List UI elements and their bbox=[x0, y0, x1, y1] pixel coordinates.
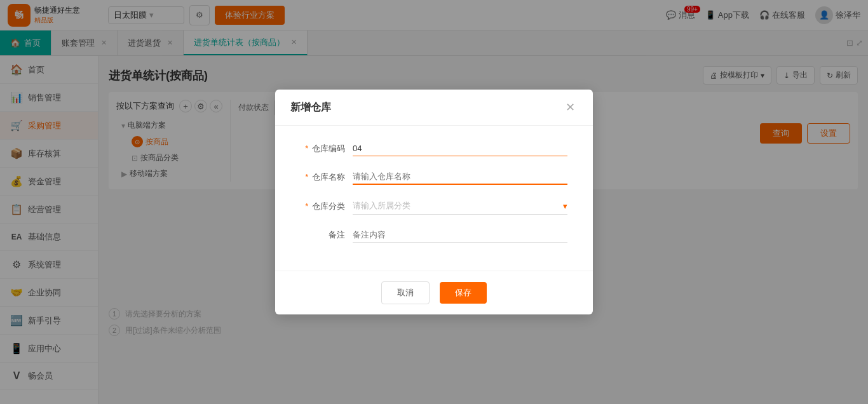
remark-label: 备注 bbox=[301, 229, 345, 241]
modal-body: * 仓库编码 * 仓库名称 * 仓库分类 请输入所属 bbox=[275, 126, 593, 271]
form-row-code: * 仓库编码 bbox=[301, 141, 567, 156]
category-label-text: 仓库分类 bbox=[312, 201, 345, 211]
required-star: * bbox=[305, 172, 308, 182]
form-row-name: * 仓库名称 bbox=[301, 169, 567, 185]
name-label-text: 仓库名称 bbox=[312, 172, 345, 182]
modal-footer: 取消 保存 bbox=[275, 271, 593, 314]
code-label: * 仓库编码 bbox=[301, 143, 345, 154]
modal-title: 新增仓库 bbox=[290, 101, 331, 114]
category-placeholder: 请输入所属分类 bbox=[353, 200, 410, 212]
name-input[interactable] bbox=[353, 169, 567, 185]
required-star: * bbox=[305, 144, 308, 153]
modal-dialog: 新增仓库 ✕ * 仓库编码 * 仓库名称 bbox=[275, 90, 593, 314]
modal-backdrop: 新增仓库 ✕ * 仓库编码 * 仓库名称 bbox=[0, 0, 868, 404]
form-row-category: * 仓库分类 请输入所属分类 ▾ bbox=[301, 198, 567, 215]
category-label: * 仓库分类 bbox=[301, 201, 345, 212]
category-select[interactable]: 请输入所属分类 ▾ bbox=[353, 198, 567, 215]
modal-close-btn[interactable]: ✕ bbox=[562, 100, 578, 115]
form-row-remark: 备注 bbox=[301, 227, 567, 243]
name-label: * 仓库名称 bbox=[301, 172, 345, 183]
modal-header: 新增仓库 ✕ bbox=[275, 90, 593, 126]
chevron-down-icon: ▾ bbox=[563, 201, 567, 211]
save-btn[interactable]: 保存 bbox=[440, 282, 487, 304]
code-input[interactable] bbox=[353, 141, 567, 156]
required-star: * bbox=[305, 201, 308, 211]
remark-label-text: 备注 bbox=[329, 230, 345, 239]
code-label-text: 仓库编码 bbox=[312, 144, 345, 153]
remark-input[interactable] bbox=[353, 227, 567, 243]
cancel-btn[interactable]: 取消 bbox=[381, 281, 430, 304]
